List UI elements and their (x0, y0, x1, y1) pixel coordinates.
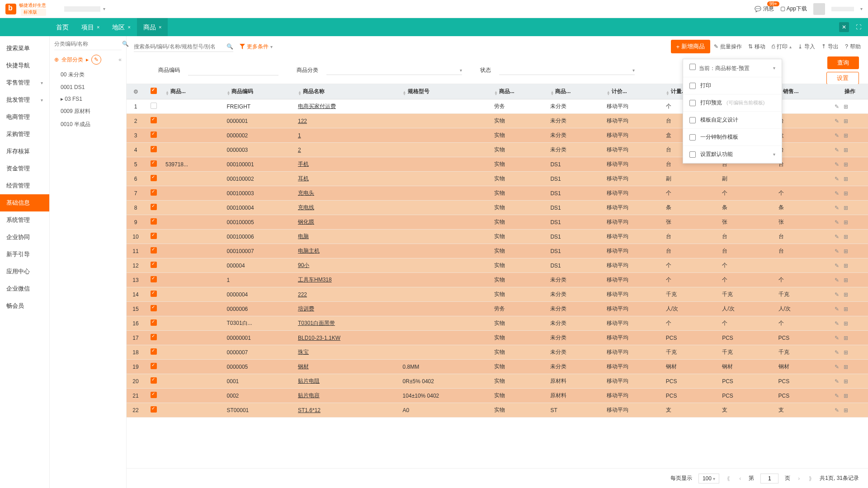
popover-current-template[interactable]: 当前：商品标签-预置 ▾ (683, 59, 782, 77)
more-icon[interactable]: ⊞ (844, 205, 848, 211)
more-icon[interactable]: ⊞ (844, 248, 848, 254)
row-checkbox[interactable] (151, 319, 157, 326)
toolbar-link[interactable]: ?帮助 (845, 43, 861, 51)
edit-icon[interactable]: ✎ (835, 161, 839, 168)
table-row[interactable]: 11000100007电脑主机实物DS1移动平均台台台✎⊞ (127, 244, 868, 258)
toolbar-link[interactable]: ⤓导入 (798, 43, 815, 51)
close-icon[interactable]: × (127, 18, 130, 36)
tree-node[interactable]: ▸ 03 FS1 (54, 93, 122, 105)
product-name-link[interactable]: 222 (298, 291, 307, 298)
sidebar-item[interactable]: 电商管理 (0, 108, 49, 126)
product-name-link[interactable]: 珠宝 (298, 349, 309, 355)
edit-icon[interactable]: ✎ (835, 103, 839, 110)
sort-icon[interactable]: ▲▼ (607, 91, 610, 95)
sort-icon[interactable]: ▲▼ (165, 91, 169, 95)
sidebar-item[interactable]: 企业协同 (0, 229, 49, 246)
sort-icon[interactable]: ▲▼ (403, 91, 406, 95)
table-column-header[interactable]: ▲▼商品编码 (224, 84, 295, 99)
row-checkbox[interactable] (151, 348, 157, 355)
row-checkbox[interactable] (151, 377, 157, 384)
popover-item[interactable]: 打印预览(可编辑当前模板) (683, 94, 782, 112)
edit-icon[interactable]: ✎ (835, 205, 839, 211)
toolbar-link[interactable]: ⤒导出 (821, 43, 839, 51)
tree-node[interactable]: 00 未分类 (54, 68, 122, 81)
edit-icon[interactable]: ✎ (835, 248, 839, 254)
table-column-header[interactable]: ▲▼规格型号 (400, 84, 491, 99)
table-row[interactable]: 7000100003充电头实物DS1移动平均个个个✎⊞ (127, 186, 868, 201)
page-first-button[interactable]: ⟪ (726, 475, 731, 482)
table-column-header[interactable]: ▲▼销售... (776, 84, 832, 99)
row-checkbox[interactable] (151, 406, 157, 413)
table-row[interactable]: 9000100005钢化膜实物DS1移动平均张张张✎⊞ (127, 215, 868, 230)
sidebar-item[interactable]: 新手引导 (0, 246, 49, 263)
product-name-link[interactable]: 手机 (298, 161, 309, 167)
row-checkbox[interactable] (151, 160, 157, 167)
edit-icon[interactable]: ✎ (835, 176, 839, 182)
more-icon[interactable]: ⊞ (844, 407, 848, 413)
sidebar-item[interactable]: 畅会员 (0, 297, 49, 314)
toolbar-search-input[interactable] (134, 42, 226, 52)
row-checkbox[interactable] (151, 131, 157, 138)
sort-icon[interactable]: ▲▼ (494, 91, 498, 95)
product-name-link[interactable]: 2 (298, 147, 301, 153)
sidebar-item[interactable]: 库存核算 (0, 143, 49, 160)
search-icon[interactable]: 🔍 (226, 43, 233, 50)
page-next-button[interactable]: › (797, 475, 801, 482)
page-input[interactable] (760, 474, 778, 483)
sort-icon[interactable]: ▲▼ (550, 91, 554, 95)
popover-item[interactable]: 设置默认功能▾ (683, 146, 782, 163)
edit-icon[interactable]: ✎ (835, 407, 839, 413)
tree-node[interactable]: 0010 半成品 (54, 118, 122, 131)
more-icon[interactable]: ⊞ (844, 190, 848, 197)
edit-icon[interactable]: ✎ (835, 291, 839, 298)
tree-collapse-button[interactable]: « (118, 56, 122, 63)
filter-status-select[interactable]: ▾ (499, 66, 635, 75)
table-row[interactable]: 131工具车HM318实物未分类移动平均个个个✎⊞ (127, 273, 868, 287)
product-name-link[interactable]: 1 (298, 132, 301, 139)
edit-icon[interactable]: ✎ (835, 378, 839, 385)
product-name-link[interactable]: 耳机 (298, 175, 309, 182)
more-icon[interactable]: ⊞ (844, 393, 848, 399)
row-checkbox[interactable] (151, 117, 157, 123)
nav-tab[interactable]: 地区× (106, 18, 137, 36)
tree-play-icon[interactable]: ▸ (86, 56, 89, 63)
org-selector[interactable]: ▾ (64, 6, 105, 12)
table-row[interactable]: 190000005钢材0.8MM实物未分类移动平均钢材钢材钢材✎⊞ (127, 360, 868, 374)
app-download-link[interactable]: ▢ App下载 (780, 5, 807, 13)
close-icon[interactable]: × (97, 18, 99, 36)
gear-icon[interactable]: ⚙ (133, 89, 138, 95)
product-name-link[interactable]: ST1.6*12 (298, 407, 321, 413)
sidebar-item[interactable]: 经营管理 (0, 177, 49, 194)
tree-root-label[interactable]: 全部分类 (61, 56, 83, 64)
table-row[interactable]: 22ST00001ST1.6*12A0实物ST移动平均支支支✎⊞ (127, 403, 868, 418)
more-icon[interactable]: ⊞ (844, 263, 848, 269)
more-icon[interactable]: ⊞ (844, 118, 848, 124)
more-icon[interactable]: ⊞ (844, 176, 848, 182)
table-column-header[interactable]: ▲▼商品... (547, 84, 604, 99)
product-name-link[interactable]: 电商买家付运费 (298, 103, 336, 109)
table-column-header[interactable]: 操作 (832, 84, 868, 99)
more-icon[interactable]: ⊞ (844, 364, 848, 370)
sort-icon[interactable]: ▲▼ (227, 91, 231, 95)
edit-icon[interactable]: ✎ (835, 335, 839, 341)
popover-item[interactable]: 打印 (683, 77, 782, 94)
sidebar-item[interactable]: 搜索菜单 (0, 40, 49, 57)
row-checkbox[interactable] (151, 334, 157, 340)
row-checkbox[interactable] (151, 103, 157, 109)
row-checkbox[interactable] (151, 392, 157, 398)
product-name-link[interactable]: 工具车HM318 (298, 277, 332, 283)
username[interactable] (831, 7, 854, 11)
more-icon[interactable]: ⊞ (844, 277, 848, 283)
table-column-header[interactable]: ▲▼商品名称 (295, 84, 400, 99)
sidebar-item[interactable]: 企业微信 (0, 280, 49, 297)
nav-tab[interactable]: 商品× (137, 18, 168, 36)
more-icon[interactable]: ⊞ (844, 161, 848, 168)
tree-edit-button[interactable]: ✎ (91, 55, 101, 65)
more-icon[interactable]: ⊞ (844, 291, 848, 298)
product-name-link[interactable]: 电脑 (298, 233, 309, 239)
row-checkbox[interactable] (151, 305, 157, 311)
edit-icon[interactable]: ✎ (835, 277, 839, 283)
product-name-link[interactable]: 贴片电容 (298, 392, 320, 399)
product-name-link[interactable]: 钢材 (298, 363, 309, 370)
sort-icon[interactable]: ▲▼ (298, 91, 302, 95)
